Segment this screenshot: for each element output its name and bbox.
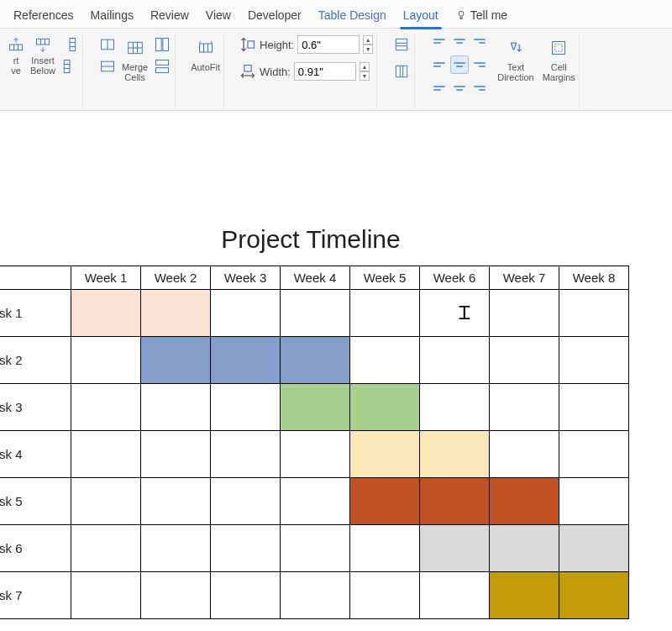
week-cell[interactable] [350, 384, 420, 431]
week-cell[interactable] [211, 525, 281, 572]
week-cell[interactable] [141, 572, 211, 619]
week-cell[interactable] [490, 384, 559, 431]
table-row[interactable]: sk 7 [0, 572, 629, 619]
week-cell[interactable] [211, 478, 281, 525]
week-cell[interactable] [420, 525, 490, 572]
insert-left-button[interactable] [60, 35, 79, 54]
table-header[interactable]: Week 5 [350, 266, 420, 290]
width-inc-button[interactable]: ▲ [360, 62, 370, 71]
split-table-button[interactable] [153, 57, 171, 76]
week-cell[interactable] [211, 337, 281, 384]
week-cell[interactable] [350, 525, 420, 572]
task-label-cell[interactable]: sk 3 [0, 384, 71, 431]
week-cell[interactable] [141, 478, 211, 525]
week-cell[interactable] [141, 337, 211, 384]
task-label-cell[interactable]: sk 7 [0, 572, 71, 619]
table-header[interactable]: Week 7 [490, 266, 559, 290]
table-header[interactable]: Week 4 [281, 266, 350, 290]
week-cell[interactable] [490, 290, 559, 337]
week-cell[interactable] [211, 290, 281, 337]
text-direction-button[interactable] [503, 35, 528, 60]
height-inc-button[interactable]: ▲ [363, 35, 373, 45]
table-header[interactable] [0, 266, 71, 290]
table-header[interactable]: Week 8 [559, 266, 629, 290]
week-cell[interactable] [71, 478, 141, 525]
week-cell[interactable] [350, 290, 420, 337]
table-header[interactable]: Week 1 [71, 266, 141, 290]
task-label-cell[interactable]: sk 4 [0, 431, 71, 478]
page-title[interactable]: Project Timeline [0, 225, 622, 254]
table-header[interactable]: Week 6 [420, 266, 490, 290]
week-cell[interactable] [350, 431, 420, 478]
week-cell[interactable] [281, 290, 350, 337]
tab-table-design[interactable]: Table Design [312, 5, 393, 29]
table-row[interactable]: sk 3 [0, 384, 629, 431]
week-cell[interactable] [490, 431, 559, 478]
insert-above-button[interactable] [7, 35, 25, 54]
week-cell[interactable] [350, 478, 420, 525]
timeline-table[interactable]: Week 1Week 2Week 3Week 4Week 5Week 6Week… [0, 266, 629, 619]
table-row[interactable]: sk 1 [0, 290, 629, 337]
split-cells-button[interactable] [153, 35, 171, 54]
week-cell[interactable] [281, 525, 350, 572]
week-cell[interactable] [281, 431, 350, 478]
tab-references[interactable]: References [7, 5, 81, 29]
align-bot-right-button[interactable] [470, 76, 489, 94]
align-mid-center-button[interactable] [450, 55, 469, 74]
week-cell[interactable] [350, 572, 420, 619]
table-header[interactable]: Week 2 [141, 266, 211, 290]
week-cell[interactable] [490, 525, 559, 572]
merge-cells-button[interactable] [123, 35, 148, 60]
tab-mailings[interactable]: Mailings [84, 5, 140, 29]
week-cell[interactable] [490, 337, 559, 384]
week-cell[interactable] [71, 384, 141, 431]
table-row[interactable]: sk 6 [0, 525, 629, 572]
week-cell[interactable] [490, 572, 559, 619]
week-cell[interactable] [71, 525, 141, 572]
height-input[interactable] [297, 35, 360, 54]
week-cell[interactable] [420, 384, 490, 431]
tab-view[interactable]: View [199, 5, 238, 29]
week-cell[interactable] [559, 384, 629, 431]
table-header[interactable]: Week 3 [211, 266, 281, 290]
week-cell[interactable] [71, 431, 141, 478]
height-dec-button[interactable]: ▼ [363, 45, 373, 54]
tab-developer[interactable]: Developer [241, 5, 308, 29]
week-cell[interactable] [559, 478, 629, 525]
align-bot-center-button[interactable] [450, 76, 469, 94]
week-cell[interactable] [350, 337, 420, 384]
width-dec-button[interactable]: ▼ [360, 71, 370, 81]
week-cell[interactable] [141, 384, 211, 431]
week-cell[interactable] [559, 572, 629, 619]
week-cell[interactable] [420, 572, 490, 619]
week-cell[interactable] [420, 431, 490, 478]
week-cell[interactable] [559, 290, 629, 337]
week-cell[interactable] [559, 525, 629, 572]
week-cell[interactable] [420, 478, 490, 525]
distribute-cols-button[interactable] [392, 62, 411, 81]
width-input[interactable] [294, 62, 356, 81]
week-cell[interactable] [490, 478, 559, 525]
week-cell[interactable] [281, 478, 350, 525]
week-cell[interactable] [71, 572, 141, 619]
week-cell[interactable] [141, 525, 211, 572]
week-cell[interactable] [211, 572, 281, 619]
week-cell[interactable] [71, 290, 141, 337]
merge-split-1-button[interactable] [98, 35, 117, 54]
week-cell[interactable] [281, 384, 350, 431]
tell-me-search[interactable]: Tell me [449, 5, 514, 29]
align-bot-left-button[interactable] [430, 76, 449, 94]
week-cell[interactable] [559, 431, 629, 478]
table-row[interactable]: sk 2 [0, 337, 629, 384]
align-top-left-button[interactable] [430, 35, 449, 54]
week-cell[interactable] [281, 337, 350, 384]
week-cell[interactable] [420, 290, 490, 337]
insert-below-button[interactable] [34, 35, 52, 54]
align-top-right-button[interactable] [470, 35, 489, 54]
table-row[interactable]: sk 5 [0, 478, 629, 525]
align-top-center-button[interactable] [450, 35, 469, 54]
week-cell[interactable] [281, 572, 350, 619]
distribute-rows-button[interactable] [392, 35, 411, 54]
align-mid-left-button[interactable] [430, 55, 449, 74]
week-cell[interactable] [141, 290, 211, 337]
